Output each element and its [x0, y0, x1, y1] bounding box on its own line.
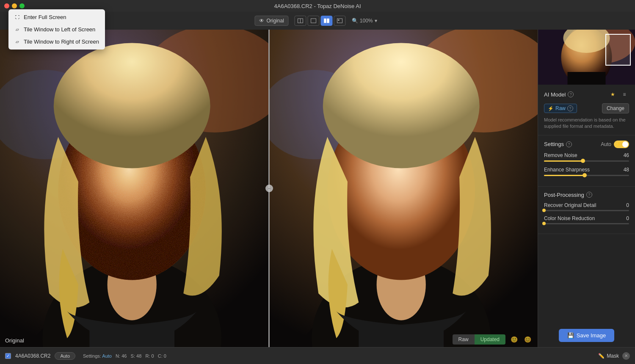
post-processing-header: Post-Processing ?: [544, 192, 629, 198]
settings-section: Settings ? Auto ⚡ Remove Noise: [538, 135, 635, 187]
context-menu-fullscreen[interactable]: ⛶ Enter Full Screen: [8, 11, 105, 23]
processed-image: [269, 30, 538, 347]
fullscreen-icon: ⛶: [14, 14, 20, 20]
original-image: [0, 30, 268, 347]
recover-detail-track: [544, 210, 629, 211]
bottom-bar: ✓ 4A6A0368.CR2 Auto Settings: Auto N: 46…: [0, 347, 635, 364]
remove-noise-slider-row: Remove Noise 46: [544, 152, 629, 162]
context-menu-fullscreen-label: Enter Full Screen: [24, 14, 66, 20]
main-content: Original: [0, 30, 635, 347]
context-menu-tile-right-label: Tile Window to Right of Screen: [24, 39, 99, 45]
change-model-button[interactable]: Change: [602, 103, 629, 113]
split-handle[interactable]: ↔: [265, 185, 273, 192]
context-menu: ⛶ Enter Full Screen ▱ Tile Window to Lef…: [8, 9, 105, 50]
toggle-knob: [622, 141, 628, 147]
ai-model-title: AI Model ?: [544, 91, 574, 98]
updated-button[interactable]: Updated: [475, 334, 505, 345]
ai-model-info-icon[interactable]: ?: [568, 91, 574, 97]
ai-model-icons: ★ ≡: [608, 90, 629, 99]
save-image-button[interactable]: 💾 Save Image: [559, 329, 614, 342]
close-button[interactable]: [4, 3, 9, 8]
tile-right-icon: ▱: [14, 39, 20, 45]
bottom-right: ✏️ Mask ✕: [598, 352, 630, 360]
raw-button[interactable]: Raw: [453, 334, 475, 345]
settings-info: Settings: Auto N: 46 S: 48 R: 0 C: 0: [83, 353, 166, 358]
star-icon[interactable]: 😊: [522, 334, 533, 345]
settings-auto-toggle: Auto ⚡: [601, 141, 629, 148]
eye-icon: 👁: [259, 18, 264, 24]
original-button[interactable]: 👁 Original: [254, 16, 288, 26]
zoom-display: 🔍 100% ▾: [348, 18, 381, 24]
list-icon[interactable]: ≡: [620, 90, 629, 99]
maximize-button[interactable]: [19, 3, 25, 8]
noise-overlay: [0, 30, 268, 347]
context-menu-tile-left-label: Tile Window to Left of Screen: [24, 26, 95, 33]
enhance-sharpness-track: [544, 175, 629, 176]
original-image-side: Original: [0, 30, 269, 347]
close-panel-icon[interactable]: ✕: [622, 352, 630, 360]
mask-button[interactable]: ✏️ Mask: [598, 353, 619, 359]
panel-bottom: 💾 Save Image: [538, 324, 635, 347]
view-both-button[interactable]: [334, 16, 346, 26]
mask-icon: ✏️: [598, 353, 605, 359]
recover-detail-row: Recover Original Detail 0: [544, 202, 629, 211]
image-checkbox[interactable]: ✓: [5, 353, 11, 359]
post-processing-info-icon[interactable]: ?: [586, 192, 592, 198]
filename: 4A6A0368.CR2: [15, 353, 50, 359]
smiley-icon[interactable]: 🙂: [509, 334, 519, 345]
view-single-right-button[interactable]: [308, 16, 320, 26]
svg-rect-29: [568, 72, 606, 85]
color-noise-track: [544, 223, 629, 224]
zoom-chevron: ▾: [375, 18, 377, 24]
view-mode-group: [295, 16, 346, 26]
lightning-icon: ⚡: [548, 106, 554, 111]
model-info-icon[interactable]: ?: [567, 105, 573, 111]
ai-model-header: AI Model ? ★ ≡: [544, 90, 629, 99]
minimize-button[interactable]: [12, 3, 17, 8]
model-row: ⚡ Raw ? Change: [544, 103, 629, 113]
right-panel-scroll: AI Model ? ★ ≡ ⚡ Raw ? Change: [538, 85, 635, 324]
panel-spacer: [538, 234, 635, 251]
star-preset-icon[interactable]: ★: [608, 90, 617, 99]
post-processing-section: Post-Processing ? Recover Original Detai…: [538, 187, 635, 234]
remove-noise-track: [544, 160, 629, 162]
context-menu-tile-right[interactable]: ▱ Tile Window to Right of Screen: [8, 36, 105, 48]
settings-info-icon[interactable]: ?: [566, 141, 572, 147]
tile-left-icon: ▱: [14, 27, 20, 33]
settings-header: Settings ? Auto ⚡: [544, 141, 629, 148]
svg-point-23: [323, 43, 480, 168]
view-split-button[interactable]: [321, 16, 333, 26]
model-description: Model recommendation is based on the sup…: [544, 117, 629, 130]
thumbnail-area: [538, 30, 635, 85]
auto-toggle[interactable]: ⚡: [614, 141, 629, 148]
split-view: Original: [0, 30, 538, 347]
zoom-icon: 🔍: [352, 18, 358, 24]
toolbar-view-controls: 👁 Original 🔍 100% ▾: [254, 16, 380, 26]
model-badge: ⚡ Raw ?: [544, 104, 577, 113]
save-icon: 💾: [567, 332, 574, 339]
auto-badge-button[interactable]: Auto: [55, 352, 75, 360]
context-menu-tile-left[interactable]: ▱ Tile Window to Left of Screen: [8, 23, 105, 36]
svg-rect-4: [327, 19, 329, 23]
raw-updated-toggle: Raw Updated: [453, 334, 505, 345]
svg-rect-6: [338, 19, 340, 21]
thumbnail-viewport: [605, 34, 631, 66]
svg-rect-2: [311, 19, 316, 23]
toggle-lightning: ⚡: [616, 142, 621, 146]
svg-rect-5: [337, 19, 342, 23]
view-single-left-button[interactable]: [295, 16, 306, 26]
right-panel: AI Model ? ★ ≡ ⚡ Raw ? Change: [538, 30, 635, 347]
settings-title: Settings ?: [544, 141, 572, 147]
color-noise-row: Color Noise Reduction 0: [544, 215, 629, 224]
window-title: 4A6A0368.CR2 - Topaz DeNoise AI: [274, 3, 361, 9]
traffic-lights: [4, 3, 25, 8]
checkmark-icon: ✓: [6, 353, 10, 358]
processed-image-side: [269, 30, 538, 347]
post-processing-title: Post-Processing ?: [544, 192, 592, 198]
ai-model-section: AI Model ? ★ ≡ ⚡ Raw ? Change: [538, 85, 635, 135]
enhance-sharpness-slider-row: Enhance Sharpness 48: [544, 167, 629, 176]
svg-rect-3: [324, 19, 326, 23]
split-divider[interactable]: ↔: [269, 30, 270, 347]
image-area: Original: [0, 30, 538, 347]
